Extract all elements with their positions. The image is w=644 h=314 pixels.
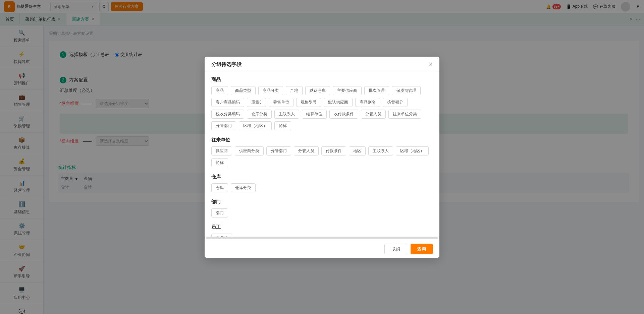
field-tag[interactable]: 商品别名 (355, 98, 380, 107)
field-tag[interactable]: 主要供应商 (333, 86, 362, 95)
field-tag[interactable]: 商品类型 (231, 86, 256, 95)
field-tags-goods: 商品 商品类型 商品分类 产地 默认仓库 主要供应商 批次管理 保质期管理 客户… (211, 86, 433, 130)
field-tag[interactable]: 零售单位 (269, 98, 293, 107)
modal-title: 分组待选字段 (211, 61, 241, 68)
field-tag[interactable]: 重量3 (247, 98, 266, 107)
field-tag[interactable]: 简称 (274, 121, 291, 130)
field-tag[interactable]: 仓库分类 (247, 110, 272, 119)
field-tag[interactable]: 商品分类 (258, 86, 283, 95)
field-tag[interactable]: 供应商 (211, 146, 232, 155)
field-tags-partner: 供应商 供应商分类 分管部门 分管人员 付款条件 地区 主联系人 区域（地区） … (211, 146, 433, 167)
field-tag[interactable]: 分管部门 (211, 121, 236, 130)
field-tag[interactable]: 仓库 (211, 183, 228, 192)
field-tag[interactable]: 简称 (211, 158, 228, 167)
field-tag[interactable]: 付款条件 (321, 146, 346, 155)
modal-overlay: 分组待选字段 ✕ 商品 商品 商品类型 商品分类 产地 默认仓库 主要供应商 批… (0, 0, 644, 314)
field-group-partner: 往来单位 供应商 供应商分类 分管部门 分管人员 付款条件 地区 主联系人 区域… (211, 137, 433, 167)
field-group-goods-title: 商品 (211, 77, 433, 83)
field-group-partner-title: 往来单位 (211, 137, 433, 143)
field-tag[interactable]: 结算单位 (302, 110, 327, 119)
field-group-dept: 部门 部门 (211, 199, 433, 217)
field-group-dept-title: 部门 (211, 199, 433, 205)
field-tag[interactable]: 保质期管理 (392, 86, 421, 95)
field-tag[interactable]: 商品 (211, 86, 228, 95)
field-tag[interactable]: 业务员 (211, 234, 232, 237)
field-tag[interactable]: 产地 (286, 86, 303, 95)
field-tag[interactable]: 主联系人 (274, 110, 299, 119)
modal-body: 商品 商品 商品类型 商品分类 产地 默认仓库 主要供应商 批次管理 保质期管理… (205, 71, 439, 237)
field-tag[interactable]: 默认仓库 (305, 86, 330, 95)
field-group-warehouse-title: 仓库 (211, 174, 433, 180)
field-tag[interactable]: 拣货积分 (383, 98, 408, 107)
modal-header: 分组待选字段 ✕ (205, 57, 439, 71)
field-tag[interactable]: 区域（地区） (239, 121, 272, 130)
field-tag[interactable]: 分管部门 (266, 146, 291, 155)
field-tags-warehouse: 仓库 仓库分类 (211, 183, 433, 192)
field-tag[interactable]: 收付款条件 (329, 110, 358, 119)
confirm-button[interactable]: 查询 (411, 244, 433, 254)
field-tag[interactable]: 批次管理 (364, 86, 389, 95)
field-select-modal: 分组待选字段 ✕ 商品 商品 商品类型 商品分类 产地 默认仓库 主要供应商 批… (205, 57, 439, 258)
field-group-warehouse: 仓库 仓库 仓库分类 (211, 174, 433, 192)
field-tag[interactable]: 往来单位分类 (388, 110, 421, 119)
field-tag[interactable]: 客户商品编码 (211, 98, 244, 107)
field-tag[interactable]: 供应商分类 (235, 146, 264, 155)
field-tag[interactable]: 规格型号 (296, 98, 321, 107)
modal-footer: 取消 查询 (205, 240, 439, 258)
cancel-button[interactable]: 取消 (384, 244, 407, 254)
field-tags-staff: 业务员 (211, 234, 433, 237)
field-tag[interactable]: 区域（地区） (396, 146, 429, 155)
field-tag[interactable]: 税收分类编码 (211, 110, 244, 119)
modal-hscroll[interactable] (205, 237, 439, 240)
field-tag[interactable]: 分管人员 (361, 110, 386, 119)
field-tag[interactable]: 部门 (211, 208, 228, 217)
field-tag[interactable]: 仓库分类 (231, 183, 256, 192)
field-group-staff-title: 员工 (211, 224, 433, 230)
field-tag[interactable]: 地区 (349, 146, 366, 155)
field-tag[interactable]: 分管人员 (294, 146, 319, 155)
field-group-staff: 员工 业务员 (211, 224, 433, 237)
field-tag[interactable]: 默认供应商 (324, 98, 353, 107)
field-group-goods: 商品 商品 商品类型 商品分类 产地 默认仓库 主要供应商 批次管理 保质期管理… (211, 77, 433, 130)
field-tags-dept: 部门 (211, 208, 433, 217)
field-tag[interactable]: 主联系人 (368, 146, 393, 155)
modal-close-icon[interactable]: ✕ (428, 62, 433, 67)
modal-hscroll-bar (206, 237, 438, 239)
